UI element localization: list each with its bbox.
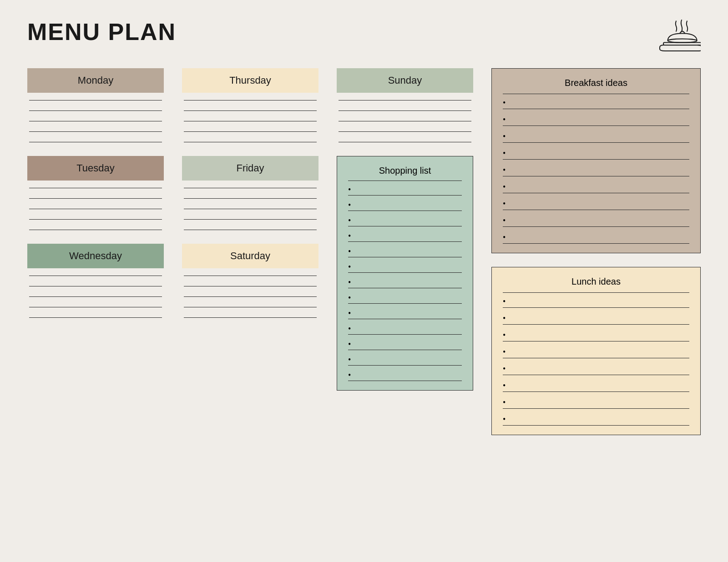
line	[29, 110, 162, 111]
line	[29, 198, 162, 199]
lunch-item	[503, 398, 689, 409]
line	[29, 100, 162, 100]
column-1: Monday Tuesday Wednesday	[27, 68, 164, 435]
sunday-lines	[337, 100, 473, 142]
line	[29, 230, 162, 230]
line	[29, 121, 162, 121]
thursday-header: Thursday	[182, 68, 318, 93]
line	[339, 121, 471, 121]
shopping-item	[348, 356, 462, 366]
line	[29, 219, 162, 220]
line	[29, 131, 162, 132]
shopping-list	[348, 186, 462, 381]
breakfast-item	[503, 233, 689, 244]
breakfast-item	[503, 216, 689, 227]
line	[184, 286, 317, 286]
friday-lines	[182, 188, 318, 230]
line	[184, 131, 317, 132]
shopping-item	[348, 340, 462, 350]
breakfast-item	[503, 132, 689, 143]
lunch-divider	[503, 292, 689, 293]
shopping-item	[348, 201, 462, 211]
line	[29, 286, 162, 286]
lunch-list	[503, 297, 689, 426]
breakfast-item	[503, 200, 689, 210]
lunch-item	[503, 365, 689, 375]
line	[184, 276, 317, 276]
shopping-list-title: Shopping list	[348, 166, 462, 176]
line	[29, 317, 162, 318]
line	[184, 230, 317, 230]
shopping-item	[348, 278, 462, 288]
line	[339, 100, 471, 100]
monday-lines	[27, 100, 164, 142]
line	[184, 121, 317, 121]
thursday-lines	[182, 100, 318, 142]
line	[184, 307, 317, 307]
lunch-title: Lunch ideas	[503, 276, 689, 287]
main-grid: Monday Tuesday Wednesday Thursday	[27, 68, 701, 435]
line	[339, 142, 471, 142]
line	[29, 276, 162, 276]
svg-rect-1	[663, 43, 701, 45]
saturday-header: Saturday	[182, 244, 318, 268]
shopping-item	[348, 325, 462, 335]
line	[29, 296, 162, 297]
breakfast-divider	[503, 94, 689, 94]
line	[184, 209, 317, 209]
shopping-item	[348, 232, 462, 242]
breakfast-item	[503, 166, 689, 176]
shopping-item	[348, 309, 462, 319]
monday-header: Monday	[27, 68, 164, 93]
shopping-divider	[348, 181, 462, 181]
shopping-item	[348, 247, 462, 257]
shopping-item	[348, 263, 462, 273]
lunch-item	[503, 297, 689, 308]
lunch-item	[503, 415, 689, 426]
right-column: Breakfast ideas Lunch ideas	[491, 68, 701, 435]
line	[184, 100, 317, 100]
breakfast-item	[503, 115, 689, 126]
lunch-item	[503, 314, 689, 325]
column-2: Thursday Friday Saturday	[182, 68, 318, 435]
breakfast-item	[503, 149, 689, 160]
lunch-item	[503, 348, 689, 358]
wednesday-header: Wednesday	[27, 244, 164, 268]
tuesday-lines	[27, 188, 164, 230]
line	[339, 110, 471, 111]
breakfast-panel: Breakfast ideas	[491, 68, 701, 253]
line	[184, 198, 317, 199]
line	[184, 110, 317, 111]
line	[184, 188, 317, 188]
breakfast-item	[503, 99, 689, 109]
lunch-item	[503, 381, 689, 392]
food-icon	[655, 18, 701, 55]
line	[29, 307, 162, 307]
line	[184, 296, 317, 297]
wednesday-lines	[27, 276, 164, 318]
line	[184, 317, 317, 318]
shopping-item	[348, 294, 462, 304]
line	[29, 188, 162, 188]
shopping-item	[348, 186, 462, 196]
header: MENU PLAN	[27, 18, 701, 55]
line	[184, 219, 317, 220]
line	[184, 142, 317, 142]
tuesday-header: Tuesday	[27, 156, 164, 181]
saturday-lines	[182, 276, 318, 318]
line	[29, 142, 162, 142]
shopping-list-panel: Shopping list	[337, 156, 473, 391]
line	[339, 131, 471, 132]
page-title: MENU PLAN	[27, 18, 176, 45]
shopping-item	[348, 371, 462, 381]
lunch-panel: Lunch ideas	[491, 267, 701, 435]
breakfast-list	[503, 99, 689, 244]
line	[29, 209, 162, 209]
svg-point-0	[668, 39, 697, 43]
lunch-item	[503, 331, 689, 341]
sunday-header: Sunday	[337, 68, 473, 93]
friday-header: Friday	[182, 156, 318, 181]
breakfast-title: Breakfast ideas	[503, 78, 689, 88]
shopping-item	[348, 216, 462, 226]
column-3: Sunday Shopping list	[337, 68, 473, 435]
